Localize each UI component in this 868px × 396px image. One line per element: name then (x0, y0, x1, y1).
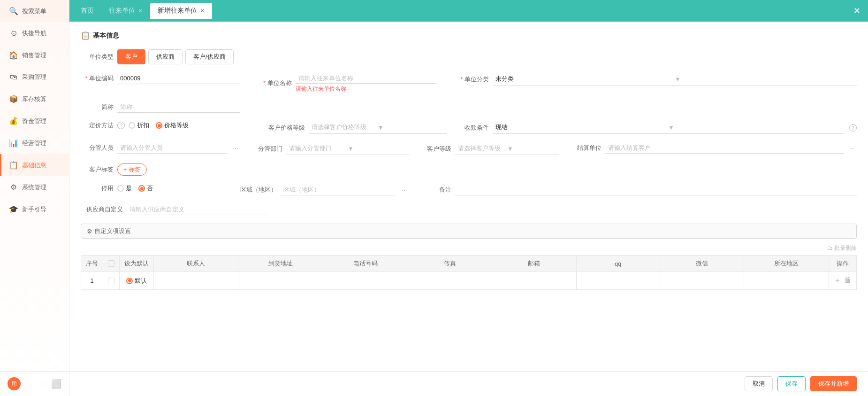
sidebar-item-sales[interactable]: 🏠 销售管理 (0, 44, 69, 66)
row-fax-input[interactable] (413, 277, 487, 284)
payment-terms-select[interactable]: 现结 ▼ (493, 121, 844, 134)
region-input[interactable] (281, 184, 396, 195)
cancel-button[interactable]: 取消 (745, 376, 773, 391)
row-qq[interactable] (576, 272, 660, 290)
manager-more-btn[interactable]: ··· (231, 143, 240, 153)
sidebar-item-guide[interactable]: 🎓 新手引导 (0, 198, 69, 220)
tab-new-partner-label: 新增往来单位 (158, 7, 197, 15)
row-phone[interactable] (323, 272, 408, 290)
row-email[interactable] (492, 272, 576, 290)
sidebar-item-purchase[interactable]: 🛍 采购管理 (0, 66, 69, 88)
department-select[interactable]: 请输入分管部门 ▼ (286, 142, 409, 155)
customer-tag-field: 客户标签 + 标签 (81, 163, 857, 176)
row-address-input[interactable] (243, 277, 318, 284)
quicknav-icon: ⊙ (9, 29, 18, 38)
sidebar-item-system[interactable]: ⚙ 系统管理 (0, 176, 69, 198)
row-phone-input[interactable] (328, 277, 403, 284)
purchase-icon: 🛍 (9, 73, 18, 81)
save-add-button[interactable]: 保存并新增 (810, 376, 857, 391)
tab-partner[interactable]: 往来单位 ✕ (101, 3, 150, 19)
custom-settings-label: 自定义项设置 (94, 227, 131, 235)
row-location-input[interactable] (749, 277, 824, 284)
radio-disabled-yes[interactable]: 是 (117, 184, 132, 193)
section-basic-info: 📋 基本信息 (81, 31, 857, 40)
short-name-input[interactable] (117, 101, 240, 113)
row-fax[interactable] (408, 272, 492, 290)
col-qq: qq (576, 256, 660, 272)
row-email-input[interactable] (497, 277, 571, 284)
contact-table: 序号 设为默认 联系人 到货地址 电话号码 传真 邮箱 qq 微信 所在地区 操… (81, 255, 857, 290)
department-field: 分管部门 请输入分管部门 ▼ (250, 142, 409, 155)
row-actions-cell: ＋ 🗑 (829, 272, 856, 290)
row-wechat-input[interactable] (665, 277, 739, 284)
sidebar-item-quicknav[interactable]: ⊙ 快捷导航 (0, 22, 69, 44)
row-default-radio[interactable]: 默认 (124, 277, 149, 285)
unit-type-field: 单位类型 客户 供应商 客户/供应商 (81, 49, 857, 64)
save-button[interactable]: 保存 (777, 376, 806, 391)
row-add-btn[interactable]: ＋ (834, 276, 841, 286)
add-tag-btn[interactable]: + 标签 (117, 163, 147, 176)
unit-name-input[interactable] (296, 73, 437, 84)
radio-disabled-yes-label: 是 (126, 184, 132, 193)
settlement-input[interactable] (605, 142, 844, 154)
sidebar-item-inventory[interactable]: 📦 库存核算 (0, 88, 69, 110)
pricing-help-icon[interactable]: ? (117, 122, 125, 129)
row-contact-input[interactable] (159, 277, 233, 284)
remark-field: 备注 (419, 184, 857, 195)
user-avatar[interactable]: 用 (8, 377, 21, 390)
customer-level-select[interactable]: 请选择客户等级 ▼ (455, 142, 559, 155)
region-more-btn[interactable]: ··· (400, 185, 409, 194)
row-location[interactable] (744, 272, 829, 290)
pricing-row: 定价方法 ? 折扣 价格等级 客户价格等级 (81, 121, 857, 134)
unit-category-select[interactable]: 未分类 ▼ (493, 73, 857, 85)
sidebar-item-search[interactable]: 🔍 搜索菜单 (0, 0, 69, 22)
remark-input[interactable] (455, 184, 857, 195)
payment-terms-help-icon[interactable]: ? (849, 124, 857, 132)
radio-disabled-no[interactable]: 否 (138, 184, 153, 193)
batch-delete-btn[interactable]: 🗂 批量删除 (81, 244, 857, 252)
row-default-radio-dot (128, 279, 131, 282)
select-all-checkbox[interactable] (108, 260, 114, 267)
short-name-label: 简称 (81, 103, 114, 111)
radio-price-level-dot (158, 124, 161, 127)
radio-discount-circle (129, 122, 135, 129)
batch-delete-icon: 🗂 (827, 245, 833, 251)
row-checkbox[interactable] (108, 278, 114, 284)
unit-category-field: 单位分类 未分类 ▼ (456, 73, 857, 85)
sidebar-bottom-bars[interactable]: ⬜ (51, 379, 61, 389)
sidebar-item-basic[interactable]: 📋 基础信息 (0, 154, 69, 176)
tab-new-partner[interactable]: 新增往来单位 ✕ (150, 3, 212, 19)
tab-home[interactable]: 首页 (73, 3, 101, 19)
row-qq-input[interactable] (581, 277, 655, 284)
unit-code-input[interactable] (117, 73, 240, 84)
unit-code-field: 单位编码 (81, 73, 240, 84)
radio-discount-label: 折扣 (137, 121, 149, 130)
customer-price-level-select[interactable]: 请选择客户价格等级 ▼ (309, 121, 447, 134)
row-delete-btn[interactable]: 🗑 (844, 276, 852, 286)
row-address[interactable] (238, 272, 323, 290)
btn-both[interactable]: 客户/供应商 (185, 49, 234, 64)
supplier-custom-label: 供应商自定义 (81, 205, 123, 214)
custom-settings-btn[interactable]: ⚙ 自定义项设置 (81, 224, 857, 239)
department-placeholder: 请输入分管部门 (289, 144, 348, 153)
sidebar-item-operations[interactable]: 📊 经营管理 (0, 132, 69, 154)
btn-supplier[interactable]: 供应商 (148, 49, 183, 64)
btn-customer[interactable]: 客户 (117, 49, 145, 64)
sidebar-item-finance[interactable]: 💰 资金管理 (0, 110, 69, 132)
settlement-more-btn[interactable]: ··· (847, 143, 857, 153)
unit-category-value: 未分类 (495, 75, 675, 83)
supplier-custom-input[interactable] (127, 204, 268, 215)
radio-price-level[interactable]: 价格等级 (156, 121, 189, 130)
row-contact[interactable] (154, 272, 238, 290)
tab-partner-close[interactable]: ✕ (138, 8, 143, 14)
payment-terms-field: 收款条件 现结 ▼ ? (456, 121, 857, 134)
window-close-btn[interactable]: ✕ (850, 4, 864, 18)
manager-input[interactable] (117, 142, 227, 154)
row-wechat[interactable] (660, 272, 744, 290)
radio-discount[interactable]: 折扣 (129, 121, 149, 130)
row-default: 默认 (120, 272, 154, 290)
sidebar-item-label: 搜索菜单 (22, 7, 46, 16)
manager-row: 分管人员 ··· 分管部门 请输入分管部门 ▼ 客户等级 请选择客户等级 ▼ 结… (81, 142, 857, 155)
basic-icon: 📋 (9, 161, 18, 170)
tab-new-partner-close[interactable]: ✕ (200, 8, 205, 14)
